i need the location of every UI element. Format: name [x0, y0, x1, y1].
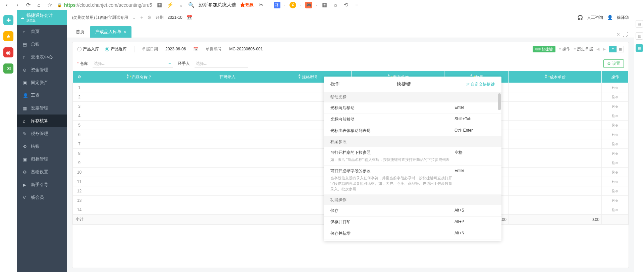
cell[interactable] — [508, 168, 601, 177]
period-value[interactable]: 2021-10 — [168, 15, 182, 20]
add-icon[interactable]: + — [140, 15, 143, 20]
cell[interactable] — [86, 130, 191, 139]
sidebar-item-4[interactable]: ▣固定资产 — [17, 76, 67, 89]
shortcut-badge[interactable]: ⌨ 快捷键 — [533, 46, 555, 52]
add-row-icon[interactable]: ⊕ — [615, 170, 618, 175]
dropdown-icon[interactable]: ⌄ — [177, 2, 184, 8]
copy-icon[interactable]: ⎘ — [612, 104, 614, 109]
view-list-icon[interactable]: ≡ — [609, 46, 616, 52]
menu-icon[interactable]: ≡ — [354, 2, 360, 8]
add-row-icon[interactable]: ⊕ — [615, 151, 618, 156]
cell[interactable] — [86, 149, 191, 158]
more-icon[interactable]: ⋯ — [167, 61, 172, 66]
qr-icon[interactable]: ▦ — [156, 2, 163, 8]
dock-app-4[interactable]: ✉ — [3, 63, 13, 74]
coin-icon[interactable]: ¥ — [289, 2, 296, 8]
cell[interactable] — [508, 196, 601, 205]
add-row-icon[interactable]: ⊕ — [615, 95, 618, 99]
add-row-icon[interactable]: ⊕ — [615, 198, 618, 203]
cell[interactable] — [508, 177, 601, 186]
radio-return[interactable]: 产品退库 — [105, 46, 127, 52]
sidebar-item-12[interactable]: ▶新手引导 — [17, 178, 67, 191]
cell[interactable] — [508, 121, 601, 130]
sidebar-item-6[interactable]: ▦发票管理 — [17, 102, 67, 115]
close-icon[interactable]: × — [123, 29, 126, 35]
home-icon[interactable]: ⌂ — [36, 2, 42, 8]
rail-item-1[interactable]: ▤ — [636, 20, 643, 28]
copy-icon[interactable]: ⎘ — [612, 114, 614, 118]
add-row-icon[interactable]: ⊕ — [615, 179, 618, 184]
expand-icon[interactable]: ⛶ — [623, 32, 628, 38]
cell[interactable] — [191, 177, 264, 186]
cell[interactable] — [508, 102, 601, 111]
cell[interactable] — [86, 177, 191, 186]
prev-icon[interactable]: ◀ — [596, 47, 599, 51]
view-grid-icon[interactable]: ▦ — [616, 46, 624, 52]
cell[interactable] — [191, 111, 264, 121]
cell[interactable] — [508, 111, 601, 121]
copy-icon[interactable]: ⎘ — [612, 170, 614, 175]
sidebar-item-7[interactable]: ⌂库存核算 — [17, 115, 67, 127]
copy-icon[interactable]: ⎘ — [612, 198, 614, 203]
copy-icon[interactable]: ⎘ — [612, 95, 614, 99]
copy-icon[interactable]: ⎘ — [612, 208, 614, 212]
add-row-icon[interactable]: ⊕ — [615, 142, 618, 146]
cell[interactable] — [86, 102, 191, 111]
cell[interactable] — [508, 149, 601, 158]
history-link[interactable]: ≡ 历史单据 — [574, 46, 593, 52]
cell[interactable] — [86, 158, 191, 168]
sort-icon[interactable] — [298, 74, 301, 79]
tab-inbound[interactable]: 产成品入库单 × — [90, 26, 131, 38]
sort-icon[interactable] — [544, 74, 548, 79]
dock-app-3[interactable]: ◉ — [3, 47, 13, 57]
rail-item-3[interactable]: ▦ — [636, 44, 643, 52]
sidebar-item-9[interactable]: ⟲结账 — [17, 140, 67, 153]
cell[interactable] — [86, 111, 191, 121]
translate-icon[interactable]: 译 — [274, 2, 280, 8]
add-row-icon[interactable]: ⊕ — [615, 189, 618, 193]
sidebar-item-8[interactable]: ✎税务管理 — [17, 127, 67, 140]
cell[interactable] — [86, 186, 191, 196]
copy-icon[interactable]: ⎘ — [612, 123, 614, 128]
cell[interactable] — [508, 83, 601, 92]
cell[interactable] — [86, 196, 191, 205]
sidebar-item-5[interactable]: 👤工资 — [17, 89, 67, 102]
restore-icon[interactable]: ⟲ — [343, 2, 350, 8]
customize-shortcuts-link[interactable]: ⇄ 自定义快捷键 — [466, 82, 495, 87]
game-icon[interactable]: 🎮 — [305, 2, 312, 8]
cell[interactable] — [191, 139, 264, 149]
sidebar-item-11[interactable]: ⚙基础设置 — [17, 166, 67, 178]
cell[interactable] — [86, 121, 191, 130]
sidebar-item-10[interactable]: ▣归档管理 — [17, 153, 67, 166]
cell[interactable] — [191, 186, 264, 196]
gear-icon[interactable]: ⚙ — [147, 15, 152, 20]
cell[interactable] — [508, 205, 601, 215]
col-header-6[interactable]: *成本单价 — [508, 71, 601, 83]
copy-icon[interactable]: ⎘ — [612, 179, 614, 184]
col-header-1[interactable]: *产品名称 ? — [86, 71, 191, 83]
cell[interactable] — [508, 186, 601, 196]
back-icon[interactable]: ‹ — [3, 2, 10, 8]
apps-icon[interactable]: ▦ — [321, 2, 328, 8]
sidebar-item-0[interactable]: ⌂首页 — [17, 25, 67, 38]
tab-close-all-icon[interactable]: × — [617, 32, 620, 38]
settings-button[interactable]: ⚙ 设置 — [603, 59, 624, 68]
handler-select[interactable]: 选择... — [195, 60, 248, 67]
search-icon[interactable]: 🔍 — [188, 2, 195, 8]
favorite-icon[interactable]: ☆ — [46, 2, 53, 8]
copy-icon[interactable]: ⎘ — [612, 189, 614, 193]
cell[interactable] — [191, 130, 264, 139]
cell[interactable] — [86, 205, 191, 215]
scissors-icon[interactable]: ✂ — [258, 2, 264, 8]
add-row-icon[interactable]: ⊕ — [615, 114, 618, 118]
copy-icon[interactable]: ⎘ — [612, 132, 614, 137]
cell[interactable] — [86, 168, 191, 177]
cell[interactable] — [86, 83, 191, 92]
forward-icon[interactable]: › — [14, 2, 21, 8]
sort-icon[interactable] — [126, 74, 129, 79]
cell[interactable] — [86, 92, 191, 102]
calendar-icon[interactable]: 📅 — [193, 47, 198, 51]
cell[interactable] — [508, 92, 601, 102]
cell[interactable] — [508, 130, 601, 139]
cell[interactable] — [191, 102, 264, 111]
